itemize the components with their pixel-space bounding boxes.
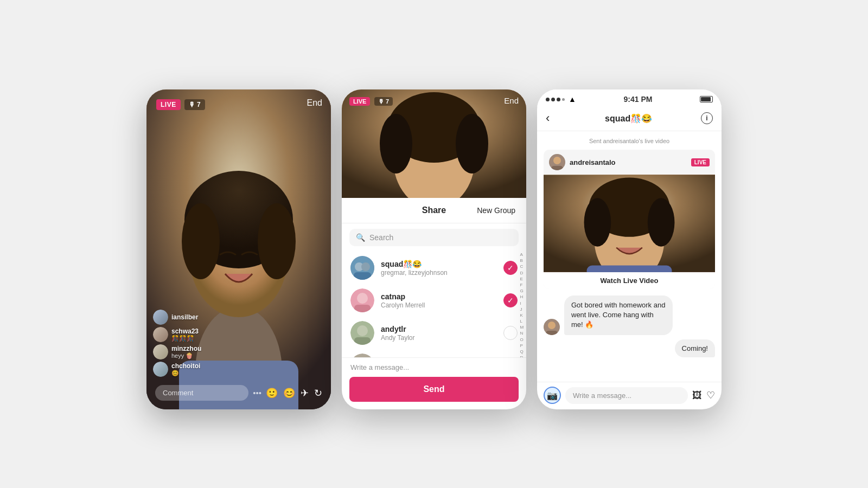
live-video-card[interactable]: andreisantalo LIVE xyxy=(544,150,715,289)
andy-avatar xyxy=(350,321,374,345)
live-card-avatar xyxy=(549,154,565,170)
andy-info: andytlr Andy Taylor xyxy=(381,325,503,342)
svg-point-22 xyxy=(350,354,374,357)
phone2-share: LIVE 🎙7 End Share New Group 🔍 Search ABC… xyxy=(342,89,526,409)
svg-point-20 xyxy=(357,325,368,336)
svg-point-38 xyxy=(548,322,556,329)
andy-check[interactable] xyxy=(503,326,518,340)
chat-body: Sent andreisantalo's live video andreisa… xyxy=(537,131,722,382)
emoji2-icon-1[interactable]: 😊 xyxy=(283,387,295,399)
battery-icon xyxy=(700,96,713,102)
contact-catnap[interactable]: catnap Carolyn Merrell ✓ xyxy=(342,284,526,317)
chat-input-bar: 📷 Write a message... 🖼 ♡ xyxy=(537,382,722,409)
incoming-message-bubble: Got bored with homework and went live. C… xyxy=(564,296,673,335)
svg-rect-21 xyxy=(354,337,371,345)
back-button[interactable]: ‹ xyxy=(546,111,550,125)
phone1-live: LIVE 🎙7 End iansilber schwa23 🎊🎊🎊 xyxy=(146,89,331,409)
live-card-username: andreisantalo xyxy=(570,158,687,166)
status-time: 9:41 PM xyxy=(623,95,652,104)
live-badge-1: LIVE xyxy=(156,99,181,110)
write-message-field[interactable]: Write a message... xyxy=(342,357,526,377)
catnap-check[interactable]: ✓ xyxy=(503,293,518,307)
live-card-video xyxy=(544,175,715,272)
user-avatar: 📷 xyxy=(544,387,561,404)
emoji-icon-1[interactable]: 🙂 xyxy=(266,387,278,399)
status-bar: ▲ 9:41 PM xyxy=(537,89,722,107)
live-badge-3: LIVE xyxy=(691,158,710,166)
mari-name: mari xyxy=(381,357,503,358)
more-options-1[interactable]: ••• xyxy=(253,388,261,397)
mari-info: mari Mari xyxy=(381,357,503,358)
squad-avatar xyxy=(350,256,374,280)
mari-avatar xyxy=(350,354,374,357)
chat-messages-1: iansilber schwa23 🎊🎊🎊 minzzhou heyy 🍿 xyxy=(153,310,201,377)
image-icon[interactable]: 🖼 xyxy=(692,390,702,401)
incoming-message-row: Got bored with homework and went live. C… xyxy=(544,296,715,335)
svg-point-5 xyxy=(258,203,296,279)
end-button-2[interactable]: End xyxy=(504,96,519,105)
svg-point-17 xyxy=(357,293,368,304)
live-badge-2: LIVE xyxy=(349,97,370,106)
sent-message-bubble: Coming! xyxy=(675,339,715,357)
chat-title: squad🎊😂 xyxy=(556,113,701,124)
message-input[interactable]: Write a message... xyxy=(565,387,688,404)
signal-dot-4 xyxy=(562,98,565,101)
share-title: Share xyxy=(422,206,446,215)
signal-indicator: ▲ xyxy=(546,95,576,104)
squad-name: squad🎊😂 xyxy=(381,260,503,268)
svg-point-34 xyxy=(584,198,611,246)
svg-rect-39 xyxy=(546,331,558,335)
signal-dot-3 xyxy=(557,98,560,101)
svg-rect-30 xyxy=(551,166,563,170)
comment-input-1[interactable]: Comment xyxy=(155,385,248,401)
contact-mari[interactable]: mari Mari xyxy=(342,349,526,357)
contact-andy[interactable]: andytlr Andy Taylor xyxy=(342,317,526,349)
search-placeholder: Search xyxy=(369,233,393,242)
heart-icon[interactable]: ♡ xyxy=(706,389,715,401)
phone2-video-area: LIVE 🎙7 End xyxy=(342,89,526,198)
andy-sub: Andy Taylor xyxy=(381,334,503,342)
svg-point-4 xyxy=(182,203,220,279)
phone3-chat: ▲ 9:41 PM ‹ squad🎊😂 i Sent andreisantalo… xyxy=(537,89,722,409)
watch-live-button[interactable]: Watch Live Video xyxy=(544,272,715,289)
catnap-avatar xyxy=(350,288,374,312)
squad-check[interactable]: ✓ xyxy=(503,261,518,275)
signal-dot-2 xyxy=(551,98,555,101)
share-icon-1[interactable]: ↻ xyxy=(314,387,322,399)
live-card-header: andreisantalo LIVE xyxy=(544,150,715,175)
info-button[interactable]: i xyxy=(701,112,713,124)
search-icon: 🔍 xyxy=(356,233,365,242)
send-button[interactable]: Send xyxy=(349,377,519,402)
svg-point-14 xyxy=(361,262,370,271)
viewers-badge-1: 🎙7 xyxy=(184,99,205,110)
catnap-name: catnap xyxy=(381,292,503,301)
contact-squad[interactable]: squad🎊😂 gregmar, lizzeyjohnson ✓ xyxy=(342,252,526,284)
viewers-badge-2: 🎙7 xyxy=(374,97,393,106)
svg-rect-36 xyxy=(586,266,672,272)
new-group-button[interactable]: New Group xyxy=(477,206,515,215)
share-header: Share New Group xyxy=(342,198,526,223)
battery-area xyxy=(700,96,713,102)
catnap-info: catnap Carolyn Merrell xyxy=(381,292,503,309)
squad-sub: gregmar, lizzeyjohnson xyxy=(381,269,503,277)
squad-info: squad🎊😂 gregmar, lizzeyjohnson xyxy=(381,260,503,277)
end-button-1[interactable]: End xyxy=(307,98,322,108)
catnap-sub: Carolyn Merrell xyxy=(381,301,503,309)
svg-rect-15 xyxy=(354,272,371,280)
svg-point-10 xyxy=(380,114,412,174)
comment-bar-1: Comment ••• 🙂 😊 ✈ ↻ xyxy=(155,385,322,401)
svg-rect-18 xyxy=(354,305,371,312)
contact-list: ABCDEFGHIJKLMNOPQRSTUVW# squad🎊😂 gregmar… xyxy=(342,252,526,357)
svg-point-29 xyxy=(553,157,561,164)
message-sender-avatar xyxy=(544,319,560,335)
search-bar[interactable]: 🔍 Search xyxy=(349,229,519,246)
wifi-icon: ▲ xyxy=(569,95,576,104)
chat-header: ‹ squad🎊😂 i xyxy=(537,107,722,131)
signal-dot-1 xyxy=(546,98,550,101)
sent-live-text: Sent andreisantalo's live video xyxy=(544,138,715,144)
andy-name: andytlr xyxy=(381,325,503,333)
send-icon-1[interactable]: ✈ xyxy=(301,387,309,399)
svg-point-11 xyxy=(456,114,488,174)
svg-point-35 xyxy=(648,198,675,246)
